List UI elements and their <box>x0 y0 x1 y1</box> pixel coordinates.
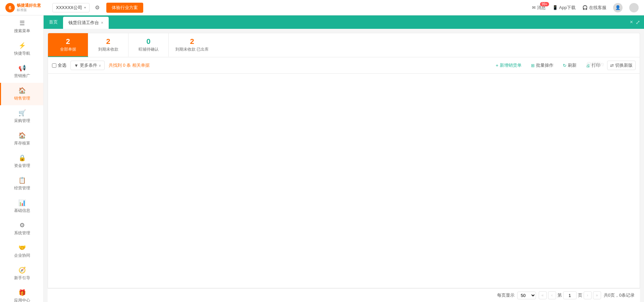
search-menu-icon: ☰ <box>19 19 25 27</box>
switch-icon: ⇄ <box>610 63 614 68</box>
stat-tab-all[interactable]: 2全部单据 <box>48 33 88 57</box>
company-name: XXXXXX公司 <box>56 5 82 11</box>
user-icon: 👤 <box>615 5 621 10</box>
sidebar-item-cooperation[interactable]: 🤝企业协同 <box>0 240 43 262</box>
switch-version-btn[interactable]: ⇄ 切换新版 <box>607 61 636 70</box>
select-all-input[interactable] <box>52 63 56 68</box>
sidebar-item-search-menu[interactable]: ☰搜索菜单 <box>0 15 43 38</box>
filter-btn[interactable]: ▼ 更多条件 ∨ <box>70 61 105 70</box>
sidebar-item-marketing[interactable]: 📢营销推广 <box>0 60 43 83</box>
first-page-btn[interactable]: « <box>539 291 547 299</box>
sidebar-item-operations[interactable]: 📋经营管理 <box>0 173 43 195</box>
refresh-icon: ↻ <box>563 63 567 68</box>
close-window-btn[interactable]: × <box>630 19 633 25</box>
page-size-select[interactable]: 50 20 100 <box>517 292 536 299</box>
table-area <box>48 74 640 288</box>
cooperation-icon: 🤝 <box>18 244 26 251</box>
app-download-btn[interactable]: 📱 App下载 <box>552 5 576 11</box>
quick-nav-icon: ⚡ <box>18 42 26 49</box>
sidebar-item-purchase[interactable]: 🛒采购管理 <box>0 105 43 128</box>
logo-text: 畅捷通好生意 标准版 <box>17 3 41 12</box>
toolbar-info: 共找到 0 条 相关单据 <box>109 62 150 68</box>
sidebar-item-sales[interactable]: 🏠销售管理 <box>0 83 43 105</box>
headset-icon: 🎧 <box>582 5 588 10</box>
guide-icon: 🧭 <box>18 266 26 274</box>
messages-btn[interactable]: ✉ 消息 99 <box>532 5 546 11</box>
operations-icon: 📋 <box>18 177 26 184</box>
base-info-icon: 📊 <box>18 199 26 206</box>
online-service-btn[interactable]: 🎧 在线客服 <box>582 5 606 11</box>
finance-icon: 🔒 <box>18 154 26 162</box>
toolbar-right: + 新增销货单 ⊞ 批量操作 ↻ 刷新 🖨 打印 <box>493 61 636 70</box>
sidebar-item-system[interactable]: ⚙系统管理 <box>0 218 43 240</box>
sidebar-item-quick-nav[interactable]: ⚡快捷导航 <box>0 38 43 60</box>
filter-icon: ▼ <box>74 63 78 68</box>
last-page-btn[interactable]: » <box>593 291 601 299</box>
avatar[interactable]: 👤 <box>613 3 623 12</box>
marketing-icon: 📢 <box>18 64 26 72</box>
app-center-icon: 🎁 <box>18 289 26 296</box>
sidebar-item-base-info[interactable]: 📊基础信息 <box>0 195 43 218</box>
footer: 每页显示 50 20 100 « ‹ 第 页 › » 共0页，0条记录 <box>48 288 640 302</box>
pagination: « ‹ 第 页 › » <box>539 291 601 299</box>
stat-tab-overdue-unshipped[interactable]: 2到期未收款 已出库 <box>169 33 215 57</box>
company-dropdown-arrow: ▾ <box>84 6 86 9</box>
add-sales-btn[interactable]: + 新增销货单 <box>493 61 524 70</box>
main-layout: ☰搜索菜单⚡快捷导航📢营销推广🏠销售管理🛒采购管理🏠库存核算🔒资金管理📋经营管理… <box>0 15 644 302</box>
main-content: 首页 钱货日清工作台 × × ⤢ 2全部单据2到期未收款0旺辅待确认2到期未收款… <box>44 15 644 302</box>
avatar-placeholder <box>629 3 639 12</box>
experience-btn[interactable]: 体验行业方案 <box>106 3 143 13</box>
tab-window-controls: × ⤢ <box>626 19 644 25</box>
logo-area: 6 畅捷通好生意 标准版 <box>5 3 49 12</box>
sidebar-item-finance[interactable]: 🔒资金管理 <box>0 150 43 173</box>
stat-tab-overdue-unpaid[interactable]: 2到期未收款 <box>88 33 128 57</box>
plus-icon: + <box>496 63 498 68</box>
tab-bar: 首页 钱货日清工作台 × × ⤢ <box>44 15 644 29</box>
next-page-btn[interactable]: › <box>584 291 592 299</box>
stats-tabs: 2全部单据2到期未收款0旺辅待确认2到期未收款 已出库 <box>48 33 640 57</box>
sidebar: ☰搜索菜单⚡快捷导航📢营销推广🏠销售管理🛒采购管理🏠库存核算🔒资金管理📋经营管理… <box>0 15 44 302</box>
purchase-icon: 🛒 <box>18 109 26 117</box>
content-area: 2全部单据2到期未收款0旺辅待确认2到期未收款 已出库 全选 ▼ 更多条件 ∨ … <box>44 29 644 302</box>
header-right: ✉ 消息 99 📱 App下载 🎧 在线客服 👤 <box>532 3 639 12</box>
batch-icon: ⊞ <box>531 63 535 68</box>
maximize-window-btn[interactable]: ⤢ <box>636 19 640 25</box>
toolbar: 全选 ▼ 更多条件 ∨ 共找到 0 条 相关单据 + 新增销货单 <box>48 57 640 74</box>
message-icon: ✉ <box>532 5 536 10</box>
logo-icon: 6 <box>5 3 15 12</box>
stat-tab-wangpu-confirm[interactable]: 0旺辅待确认 <box>128 33 169 57</box>
phone-icon: 📱 <box>552 5 558 10</box>
messages-badge: 99 <box>540 2 549 6</box>
sidebar-item-app-center[interactable]: 🎁应用中心 <box>0 285 43 302</box>
top-header: 6 畅捷通好生意 标准版 XXXXXX公司 ▾ ⚙ 体验行业方案 ✉ 消息 99… <box>0 0 644 15</box>
settings-icon[interactable]: ⚙ <box>92 3 102 13</box>
filter-dropdown-arrow: ∨ <box>99 64 101 67</box>
sidebar-item-guide[interactable]: 🧭新手引导 <box>0 262 43 285</box>
inventory-icon: 🏠 <box>18 132 26 139</box>
found-count: 0 <box>123 63 125 68</box>
tab-active[interactable]: 钱货日清工作台 × <box>63 17 109 29</box>
prev-page-btn[interactable]: ‹ <box>548 291 556 299</box>
tab-close-btn[interactable]: × <box>101 20 103 25</box>
sales-icon: 🏠 <box>18 87 26 94</box>
company-selector[interactable]: XXXXXX公司 ▾ <box>52 3 90 12</box>
refresh-btn[interactable]: ↻ 刷新 <box>560 61 579 70</box>
sidebar-item-inventory[interactable]: 🏠库存核算 <box>0 128 43 150</box>
tab-home[interactable]: 首页 <box>44 15 63 29</box>
batch-ops-btn[interactable]: ⊞ 批量操作 <box>528 61 556 70</box>
page-input[interactable] <box>563 291 577 299</box>
watermark-text: OfTEn <box>586 61 604 68</box>
select-all-checkbox[interactable]: 全选 <box>52 62 66 68</box>
system-icon: ⚙ <box>19 222 25 229</box>
total-count: 共0页，0条记录 <box>604 292 635 298</box>
